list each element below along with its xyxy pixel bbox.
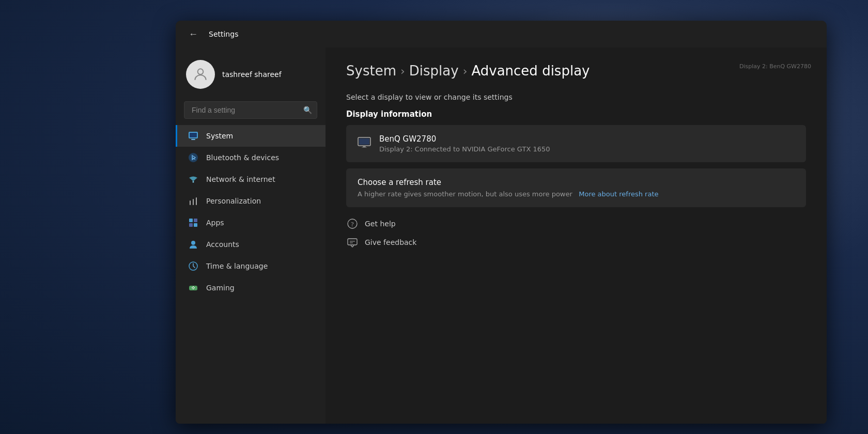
sidebar-item-bluetooth-label: Bluetooth & devices [206,153,279,162]
breadcrumb-system[interactable]: System [346,63,396,79]
svg-point-0 [198,69,204,74]
breadcrumb-sep-2: › [463,65,468,78]
system-icon [188,130,199,142]
settings-window: ← Settings tashreef shareef 🔍 [176,21,827,424]
svg-rect-7 [193,199,194,205]
svg-rect-10 [194,219,197,222]
refresh-desc: A higher rate gives smoother motion, but… [358,190,795,198]
window-title: Settings [209,30,238,38]
sidebar: tashreef shareef 🔍 System [176,48,326,424]
get-help-label: Get help [365,220,396,228]
sidebar-item-personalization-label: Personalization [206,197,261,205]
sidebar-item-gaming[interactable]: Gaming [176,277,326,299]
help-links: ? Get help Give feedback [346,218,806,249]
svg-point-13 [191,241,195,245]
svg-rect-12 [194,223,197,227]
sidebar-item-apps-label: Apps [206,219,224,227]
svg-rect-21 [359,138,369,145]
user-profile[interactable]: tashreef shareef [176,52,326,99]
svg-point-5 [193,181,194,183]
refresh-desc-text: A higher rate gives smoother motion, but… [358,190,572,198]
svg-rect-9 [189,219,193,222]
content-area: Display 2: BenQ GW2780 System › Display … [326,48,827,424]
accounts-icon [188,239,199,250]
sidebar-item-system-label: System [206,132,233,140]
svg-rect-18 [193,286,194,287]
search-input[interactable] [184,101,317,119]
main-layout: tashreef shareef 🔍 System [176,48,827,424]
sidebar-item-accounts-label: Accounts [206,240,239,249]
display-select-label: Select a display to view or change its s… [346,93,806,101]
personalization-icon [188,195,199,207]
back-button[interactable]: ← [186,27,200,41]
breadcrumb-display[interactable]: Display [409,63,459,79]
bluetooth-icon [188,152,199,163]
sidebar-item-gaming-label: Gaming [206,284,235,292]
refresh-link[interactable]: More about refresh rate [579,190,658,198]
display-card-info: BenQ GW2780 Display 2: Connected to NVID… [379,134,795,153]
search-box: 🔍 [184,101,317,119]
get-help-icon: ? [346,218,359,230]
breadcrumb: System › Display › Advanced display [346,63,806,79]
sidebar-item-timelang[interactable]: Time & language [176,255,326,277]
give-feedback-icon [346,236,359,249]
refresh-title: Choose a refresh rate [358,178,795,187]
avatar [186,60,215,89]
sidebar-item-bluetooth[interactable]: Bluetooth & devices [176,147,326,168]
sidebar-item-system[interactable]: System [176,125,326,147]
display-name: BenQ GW2780 [379,134,795,144]
svg-rect-23 [362,147,367,148]
svg-rect-11 [189,223,193,227]
network-icon [188,174,199,185]
give-feedback-link[interactable]: Give feedback [346,236,806,249]
svg-rect-2 [190,133,197,137]
breadcrumb-sep-1: › [400,65,405,78]
svg-rect-17 [194,287,195,288]
avatar-icon [192,66,209,83]
refresh-card[interactable]: Choose a refresh rate A higher rate give… [346,168,806,207]
display-info-header: Display information [346,110,806,119]
display-card[interactable]: BenQ GW2780 Display 2: Connected to NVID… [346,125,806,162]
monitor-icon [358,137,371,151]
sidebar-item-network[interactable]: Network & internet [176,168,326,190]
svg-rect-6 [190,200,191,205]
sidebar-item-timelang-label: Time & language [206,262,268,270]
sidebar-item-apps[interactable]: Apps [176,212,326,234]
nav-list: System Bluetooth & devices [176,125,326,420]
svg-rect-16 [192,287,193,288]
svg-rect-3 [191,139,195,140]
get-help-link[interactable]: ? Get help [346,218,806,230]
breadcrumb-advanced: Advanced display [471,63,590,79]
apps-icon [188,217,199,228]
title-bar: ← Settings [176,21,827,48]
svg-text:?: ? [351,221,353,228]
username: tashreef shareef [222,70,282,79]
display-subtitle: Display 2: Connected to NVIDIA GeForce G… [379,145,795,153]
svg-rect-8 [196,197,197,205]
svg-rect-26 [348,239,357,245]
sidebar-item-accounts[interactable]: Accounts [176,234,326,255]
sidebar-item-network-label: Network & internet [206,175,275,183]
sidebar-item-personalization[interactable]: Personalization [176,190,326,212]
give-feedback-label: Give feedback [365,238,416,246]
svg-rect-19 [193,288,194,289]
display2-label: Display 2: BenQ GW2780 [739,63,811,70]
timelang-icon [188,260,199,272]
svg-rect-22 [363,146,366,147]
gaming-icon [188,282,199,293]
svg-point-4 [189,153,198,162]
